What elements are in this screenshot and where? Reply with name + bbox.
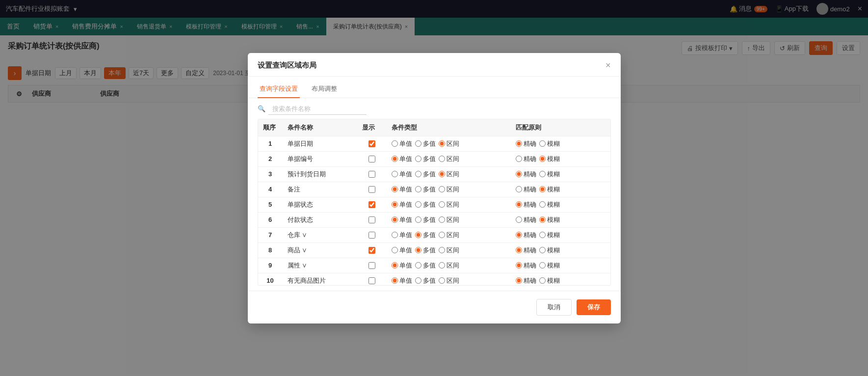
- type-radio[interactable]: [439, 171, 445, 177]
- match-radio-label[interactable]: 模糊: [539, 155, 560, 163]
- match-radio-label[interactable]: 精确: [516, 276, 536, 285]
- match-radio[interactable]: [539, 171, 546, 177]
- display-checkbox[interactable]: [368, 262, 375, 269]
- type-radio[interactable]: [392, 140, 398, 147]
- type-radio-label[interactable]: 单值: [392, 185, 412, 194]
- match-radio-label[interactable]: 精确: [516, 215, 536, 224]
- type-radio[interactable]: [439, 201, 445, 208]
- dialog-tab-layout-adjust[interactable]: 布局调整: [310, 81, 339, 98]
- type-radio-label[interactable]: 多值: [415, 200, 436, 209]
- display-checkbox[interactable]: [368, 140, 375, 147]
- display-checkbox[interactable]: [368, 156, 375, 162]
- type-radio-label[interactable]: 单值: [392, 155, 412, 163]
- match-radio-label[interactable]: 精确: [516, 155, 536, 163]
- match-radio[interactable]: [539, 232, 546, 238]
- type-radio-label[interactable]: 单值: [392, 139, 412, 148]
- display-checkbox[interactable]: [368, 247, 375, 254]
- type-radio[interactable]: [439, 186, 445, 192]
- display-checkbox[interactable]: [368, 201, 375, 208]
- match-radio-label[interactable]: 精确: [516, 261, 536, 270]
- match-radio[interactable]: [516, 201, 522, 208]
- type-radio[interactable]: [392, 232, 398, 238]
- match-radio-label[interactable]: 精确: [516, 170, 536, 179]
- match-radio-label[interactable]: 精确: [516, 185, 536, 194]
- type-radio-label[interactable]: 区间: [439, 246, 459, 255]
- type-radio[interactable]: [415, 232, 421, 238]
- match-radio-label[interactable]: 精确: [516, 139, 536, 148]
- match-radio[interactable]: [516, 140, 522, 147]
- type-radio[interactable]: [415, 186, 421, 192]
- type-radio-label[interactable]: 单值: [392, 276, 412, 285]
- dialog-close-btn[interactable]: ×: [605, 61, 611, 70]
- type-radio-label[interactable]: 多值: [415, 170, 436, 179]
- type-radio[interactable]: [415, 262, 421, 269]
- type-radio[interactable]: [415, 201, 421, 208]
- match-radio-label[interactable]: 模糊: [539, 276, 560, 285]
- type-radio[interactable]: [439, 232, 445, 238]
- match-radio-label[interactable]: 精确: [516, 231, 536, 240]
- match-radio[interactable]: [516, 216, 522, 223]
- match-radio[interactable]: [516, 171, 522, 177]
- match-radio[interactable]: [516, 186, 522, 192]
- type-radio-label[interactable]: 单值: [392, 200, 412, 209]
- type-radio-label[interactable]: 单值: [392, 215, 412, 224]
- type-radio-label[interactable]: 区间: [439, 215, 459, 224]
- match-radio-label[interactable]: 模糊: [539, 185, 560, 194]
- type-radio-label[interactable]: 多值: [415, 246, 436, 255]
- dialog-tab-field-settings[interactable]: 查询字段设置: [258, 81, 300, 98]
- type-radio[interactable]: [439, 156, 445, 162]
- match-radio-label[interactable]: 模糊: [539, 246, 560, 255]
- type-radio[interactable]: [392, 201, 398, 208]
- type-radio[interactable]: [415, 171, 421, 177]
- match-radio[interactable]: [539, 186, 546, 192]
- type-radio-label[interactable]: 多值: [415, 215, 436, 224]
- type-radio-label[interactable]: 多值: [415, 231, 436, 240]
- type-radio[interactable]: [415, 277, 421, 284]
- type-radio[interactable]: [392, 262, 398, 269]
- type-radio[interactable]: [415, 247, 421, 253]
- type-radio-label[interactable]: 单值: [392, 170, 412, 179]
- display-checkbox[interactable]: [368, 171, 375, 178]
- match-radio-label[interactable]: 模糊: [539, 139, 560, 148]
- match-radio[interactable]: [539, 216, 546, 223]
- match-radio-label[interactable]: 模糊: [539, 231, 560, 240]
- match-radio-label[interactable]: 精确: [516, 200, 536, 209]
- type-radio-label[interactable]: 多值: [415, 261, 436, 270]
- type-radio-label[interactable]: 多值: [415, 155, 436, 163]
- match-radio[interactable]: [516, 247, 522, 253]
- type-radio-label[interactable]: 区间: [439, 170, 459, 179]
- type-radio-label[interactable]: 区间: [439, 276, 459, 285]
- type-radio[interactable]: [392, 171, 398, 177]
- type-radio[interactable]: [439, 277, 445, 284]
- type-radio[interactable]: [439, 262, 445, 269]
- match-radio[interactable]: [539, 140, 546, 147]
- type-radio[interactable]: [392, 277, 398, 284]
- display-checkbox[interactable]: [368, 232, 375, 239]
- type-radio[interactable]: [439, 216, 445, 223]
- match-radio-label[interactable]: 模糊: [539, 261, 560, 270]
- type-radio-label[interactable]: 单值: [392, 261, 412, 270]
- type-radio-label[interactable]: 区间: [439, 185, 459, 194]
- search-input[interactable]: [268, 103, 367, 115]
- match-radio[interactable]: [539, 201, 546, 208]
- type-radio-label[interactable]: 多值: [415, 139, 436, 148]
- match-radio[interactable]: [539, 277, 546, 284]
- type-radio[interactable]: [392, 186, 398, 192]
- match-radio-label[interactable]: 模糊: [539, 170, 560, 179]
- type-radio-label[interactable]: 多值: [415, 276, 436, 285]
- type-radio[interactable]: [392, 247, 398, 253]
- type-radio[interactable]: [392, 156, 398, 162]
- type-radio[interactable]: [415, 140, 421, 147]
- display-checkbox[interactable]: [368, 216, 375, 223]
- type-radio-label[interactable]: 区间: [439, 261, 459, 270]
- type-radio-label[interactable]: 多值: [415, 185, 436, 194]
- type-radio[interactable]: [415, 156, 421, 162]
- match-radio-label[interactable]: 模糊: [539, 200, 560, 209]
- type-radio[interactable]: [415, 216, 421, 223]
- match-radio[interactable]: [539, 156, 546, 162]
- match-radio[interactable]: [516, 277, 522, 284]
- match-radio-label[interactable]: 模糊: [539, 215, 560, 224]
- display-checkbox[interactable]: [368, 186, 375, 193]
- match-radio-label[interactable]: 精确: [516, 246, 536, 255]
- cancel-button[interactable]: 取消: [536, 299, 572, 316]
